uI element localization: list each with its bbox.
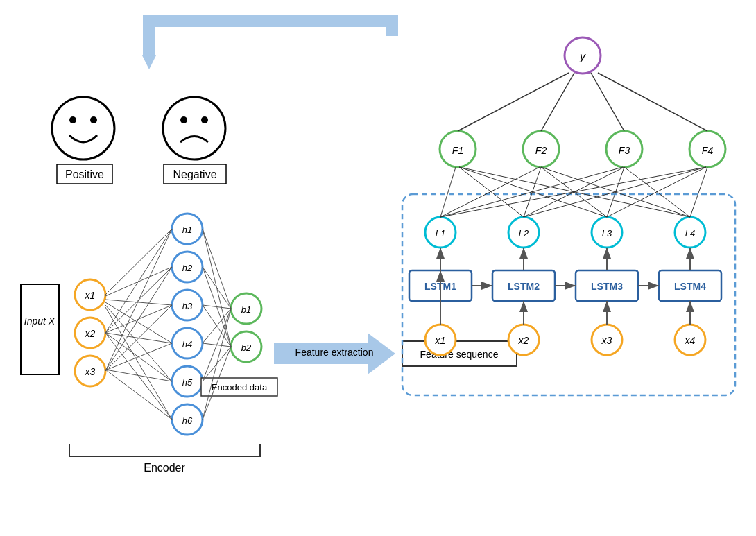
conn-h1-b1 [203,229,231,309]
f1-label: F1 [452,145,463,156]
conn-x2-h1 [105,229,172,333]
x2-label-left: x2 [85,328,96,339]
x3-label-left: x3 [85,366,96,377]
conn-x3-h1 [105,229,172,371]
h6-label: h6 [182,415,193,426]
sad-right-eye [201,116,208,123]
sad-left-eye [180,116,187,123]
h3-label: h3 [182,301,193,311]
conn-x3-h5 [105,370,172,381]
f4-label: F4 [702,145,714,156]
f1-y [458,73,569,131]
x4-lstm-label: x4 [685,335,696,346]
l4-label: L4 [685,228,695,239]
happy-left-eye [69,116,76,123]
l3-label: L3 [602,228,612,239]
positive-label: Positive [65,168,104,180]
f4-y [598,73,707,131]
x1-lstm-label: x1 [435,335,446,346]
l2-label: L2 [519,228,529,239]
feature-extraction-label: Feature extraction [295,347,374,358]
h2-label: h2 [182,263,193,273]
conn-x3-h6 [105,370,172,420]
l4-f3 [624,167,690,217]
l1-f1 [440,167,456,217]
main-diagram: Positive Negative Input X x1 x2 x3 h1 h2… [0,0,756,536]
input-x-box [21,284,59,374]
b2-label: b2 [241,343,252,353]
conn-x3-h3 [105,305,172,371]
feedback-arrow [149,21,392,55]
l1-label: L1 [436,228,445,239]
conn-x1-h1 [105,229,172,295]
input-x-label: Input X [24,315,55,327]
conn-h1-b2 [203,229,231,347]
encoded-data-label: Encoded data [212,382,268,392]
f2-y [541,73,574,131]
l4-f4 [690,167,707,217]
conn-x1-h2 [105,267,172,296]
lstm4-label: LSTM4 [674,281,706,292]
conn-h5-b1 [203,309,231,381]
happy-face-circle [52,97,114,159]
negative-label: Negative [173,168,216,180]
f2-label: F2 [535,145,547,156]
feedback-arrowhead [142,55,156,69]
encoder-label: Encoder [144,462,185,474]
y-label: y [579,51,586,62]
encoder-brace [69,444,260,456]
conn-x1-h5 [105,305,172,381]
l1-f2 [440,167,540,217]
conn-x3-h2 [105,267,172,371]
lstm3-label: LSTM3 [591,281,623,292]
lstm2-label: LSTM2 [508,281,540,292]
conn-h6-b1 [203,309,231,420]
x3-lstm-label: x3 [601,335,612,346]
x2-lstm-label: x2 [518,335,529,346]
h4-label: h4 [182,339,192,349]
conn-x2-h6 [105,333,172,420]
x1-label-left: x1 [85,290,96,301]
f3-label: F3 [619,145,630,156]
b1-label: b1 [241,304,251,315]
conn-x3-h4 [105,343,172,370]
h5-label: h5 [182,377,193,388]
conn-h2-b2 [203,267,231,347]
happy-right-eye [90,116,97,123]
sad-face-circle [163,97,225,159]
h1-label: h1 [182,225,192,235]
f3-y [591,73,624,131]
conn-x1-h6 [105,307,172,420]
l4-f1 [459,167,690,217]
l1-f3 [440,167,623,217]
